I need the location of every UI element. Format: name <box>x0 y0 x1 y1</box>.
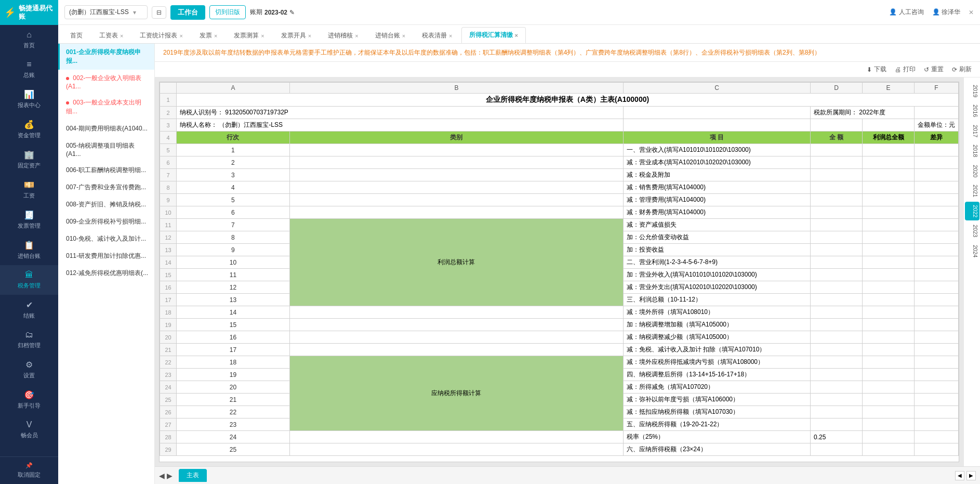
tab-invoice[interactable]: 发票 × <box>192 28 225 43</box>
item-cell[interactable]: 四、纳税调整后所得（13-14+15-16-17+18） <box>624 369 811 381</box>
sidebar-item-reports[interactable]: 📊 报表中心 <box>0 84 58 114</box>
cell-num[interactable]: 20 <box>177 381 290 394</box>
cell-num[interactable]: 18 <box>177 356 290 369</box>
tab-income-tax[interactable]: 所得税汇算清缴 × <box>461 27 526 44</box>
timeline-2021[interactable]: 2021 <box>965 181 979 200</box>
item-cell[interactable]: 减：税金及附加 <box>624 169 811 181</box>
sidebar-item-assets[interactable]: 🏢 固定资产 <box>0 145 58 175</box>
value-cell[interactable] <box>811 181 863 194</box>
item-cell[interactable]: 减：境外应税所得抵减境内亏损（填写A108000） <box>624 356 811 369</box>
profit-cell[interactable] <box>863 244 915 256</box>
profit-cell[interactable] <box>863 431 915 443</box>
diff-cell[interactable] <box>915 394 959 406</box>
table-row[interactable]: 29 25 六、应纳所得税额（23×24） <box>160 443 959 456</box>
value-cell[interactable] <box>811 206 863 219</box>
value-cell[interactable] <box>811 194 863 206</box>
diff-cell[interactable] <box>915 269 959 281</box>
cell-num[interactable]: 2 <box>177 156 290 169</box>
value-cell[interactable] <box>811 231 863 244</box>
cell-num[interactable]: 4 <box>177 181 290 194</box>
diff-cell[interactable] <box>915 194 959 206</box>
table-row[interactable]: 20 16 减：纳税调整减少额（填写A105000） <box>160 331 959 344</box>
profit-cell[interactable] <box>863 294 915 306</box>
cell-num[interactable]: 3 <box>177 169 290 181</box>
tab-close-icon[interactable]: × <box>214 33 217 39</box>
sidebar-item-salary[interactable]: 💴 工资 <box>0 175 58 205</box>
tab-salary-stats[interactable]: 工资统计报表 × <box>132 28 190 43</box>
tab-close-icon[interactable]: × <box>179 33 182 39</box>
value-cell[interactable] <box>811 256 863 269</box>
sidebar-item-member[interactable]: V 畅会员 <box>0 415 58 444</box>
sub-menu-item-012[interactable]: 012-减免所得税优惠明细表(... <box>58 265 154 282</box>
tab-close-icon[interactable]: × <box>308 33 311 39</box>
diff-cell[interactable] <box>915 369 959 381</box>
cell-num[interactable]: 21 <box>177 394 290 406</box>
cell-num[interactable]: 14 <box>177 306 290 319</box>
diff-cell[interactable] <box>915 181 959 194</box>
value-cell[interactable] <box>811 369 863 381</box>
cell-num[interactable]: 11 <box>177 269 290 281</box>
profit-cell[interactable] <box>863 144 915 156</box>
sub-menu-item-007[interactable]: 007-广告费和业务宣传费跑... <box>58 179 154 196</box>
profit-cell[interactable] <box>863 256 915 269</box>
diff-cell[interactable] <box>915 344 959 356</box>
diff-cell[interactable] <box>915 281 959 294</box>
profit-cell[interactable] <box>863 394 915 406</box>
table-row[interactable]: 10 6 减：财务费用(填写A104000) <box>160 206 959 219</box>
sheet-tab-main[interactable]: 主表 <box>179 469 207 482</box>
sidebar-footer[interactable]: 📌 取消固定 <box>0 456 58 484</box>
profit-cell[interactable] <box>863 319 915 331</box>
profit-cell[interactable] <box>863 443 915 456</box>
profit-cell[interactable] <box>863 281 915 294</box>
diff-cell[interactable] <box>915 306 959 319</box>
sub-menu-item-009[interactable]: 009-企业所得税补亏损明细... <box>58 213 154 230</box>
profit-cell[interactable] <box>863 231 915 244</box>
user-service[interactable]: 👤 人工咨询 <box>889 8 923 17</box>
diff-cell[interactable] <box>915 294 959 306</box>
sidebar-item-invoice[interactable]: 🧾 发票管理 <box>0 205 58 235</box>
diff-cell[interactable] <box>915 319 959 331</box>
value-cell[interactable] <box>811 331 863 344</box>
value-cell[interactable] <box>811 219 863 231</box>
value-cell[interactable] <box>811 394 863 406</box>
item-cell[interactable]: 减：免税、减计收入及加计 扣除（填写A107010） <box>624 344 811 356</box>
item-cell[interactable]: 加：投资收益 <box>624 244 811 256</box>
item-cell[interactable]: 减：弥补以前年度亏损（填写A106000） <box>624 394 811 406</box>
sub-menu-item-006[interactable]: 006-职工薪酬纳税调整明细... <box>58 162 154 179</box>
profit-cell[interactable] <box>863 269 915 281</box>
table-row[interactable]: 6 2 减：营业成本(填写A102010\102020\103000) <box>160 156 959 169</box>
cell-num[interactable]: 19 <box>177 369 290 381</box>
sheet-nav-right-icon[interactable]: ▶ <box>167 472 173 480</box>
sidebar-item-home[interactable]: ⌂ 首页 <box>0 25 58 55</box>
cell-num[interactable]: 6 <box>177 206 290 219</box>
cell-num[interactable]: 22 <box>177 406 290 418</box>
item-cell[interactable]: 五、应纳税所得额（19-20-21-22） <box>624 418 811 431</box>
diff-cell[interactable] <box>915 443 959 456</box>
timeline-2016[interactable]: 2016 <box>965 101 979 120</box>
item-cell[interactable]: 减：所得减免（填写A107020） <box>624 381 811 394</box>
download-button[interactable]: ⬇ 下载 <box>867 65 886 74</box>
tab-invoice-calc[interactable]: 发票测算 × <box>226 28 272 43</box>
diff-cell[interactable] <box>915 169 959 181</box>
sub-menu-item-003[interactable]: 003-一般企业成本支出明细... <box>58 94 154 120</box>
company-selector[interactable]: (勿删）江西服宝-LSS ▾ <box>64 5 148 19</box>
cell-num[interactable]: 15 <box>177 319 290 331</box>
cell-num[interactable]: 10 <box>177 256 290 269</box>
item-cell[interactable]: 二、营业利润(1-2-3-4-5-6-7-8+9) <box>624 256 811 269</box>
sidebar-item-funds[interactable]: 💰 资金管理 <box>0 114 58 145</box>
diff-cell[interactable] <box>915 206 959 219</box>
timeline-2024[interactable]: 2024 <box>965 242 979 260</box>
diff-cell[interactable] <box>915 356 959 369</box>
sidebar-item-archive[interactable]: 🗂 归档管理 <box>0 325 58 355</box>
value-cell[interactable] <box>811 381 863 394</box>
close-window-icon[interactable]: ✕ <box>969 9 974 16</box>
diff-cell[interactable] <box>915 219 959 231</box>
cell-num[interactable]: 13 <box>177 294 290 306</box>
value-cell[interactable] <box>811 244 863 256</box>
value-cell[interactable] <box>811 294 863 306</box>
table-row[interactable]: 22 18 应纳税所得额计算 减：境外应税所得抵减境内亏损（填写A108000） <box>160 356 959 369</box>
timeline-2019[interactable]: 2019 <box>965 82 979 100</box>
workbench-button[interactable]: 工作台 <box>170 5 205 20</box>
item-cell[interactable]: 减：纳税调整减少额（填写A105000） <box>624 331 811 344</box>
table-row[interactable]: 19 15 加：纳税调整增加额（填写A105000） <box>160 319 959 331</box>
